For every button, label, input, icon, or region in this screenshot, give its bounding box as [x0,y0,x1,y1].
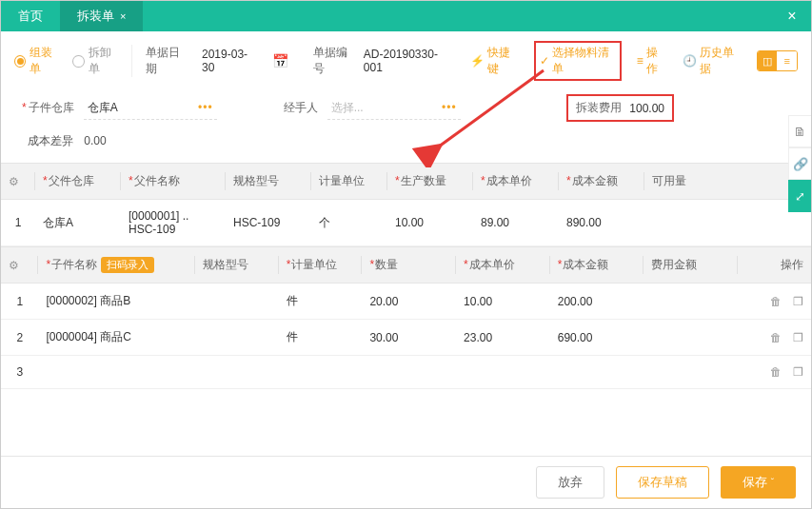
window-close-button[interactable]: × [773,1,811,31]
cell-amount[interactable]: 690.00 [550,320,644,356]
copy-row-icon[interactable]: ❐ [793,365,803,379]
cell-avail[interactable] [644,200,811,246]
cell-spec[interactable] [195,284,279,320]
col-child-fee[interactable]: 费用金额 [644,247,738,284]
cell-unit[interactable] [279,356,363,389]
sidetool-doc[interactable]: 🗎 [788,115,811,147]
sidetool-link[interactable]: 🔗 [788,147,811,180]
child-whs-field[interactable]: 仓库A ••• [84,97,217,120]
radio-assemble[interactable]: 组装单 [14,45,61,77]
doc-type-radio-group: 组装单 拆卸单 [14,45,132,77]
col-parent-spec[interactable]: 规格型号 [226,164,311,200]
col-parent-qty[interactable]: *生产数量 [387,164,473,200]
save-draft-button[interactable]: 保存草稿 [616,466,709,499]
cell-name[interactable]: [0000002] 商品B [38,284,194,320]
cell-unit[interactable]: 件 [279,320,363,356]
shortcut-label: 快捷键 [487,45,519,77]
radio-disassemble[interactable]: 拆卸单 [72,45,119,77]
cell-spec[interactable] [195,356,279,389]
cell-price[interactable] [456,356,550,389]
filters-row: *子件仓库 仓库A ••• 经手人 选择... ••• 拆装费用 100.00 [1,87,811,127]
col-parent-name[interactable]: *父件名称 [121,164,226,200]
tab-current[interactable]: 拆装单 × [60,1,143,31]
cell-fee[interactable] [644,356,738,389]
col-child-name[interactable]: *子件名称扫码录入 [38,247,194,284]
cell-spec[interactable]: HSC-109 [226,200,311,246]
col-child-spec[interactable]: 规格型号 [195,247,279,284]
copy-row-icon[interactable]: ❐ [793,331,803,344]
cell-unit[interactable]: 个 [311,200,387,246]
title-bar: 首页 拆装单 × × [1,1,811,31]
operate-button[interactable]: ≡ 操作 [637,45,667,77]
handler-field[interactable]: 选择... ••• [327,97,461,120]
cell-fee[interactable] [644,284,738,320]
cell-spec[interactable] [195,320,279,356]
cell-qty[interactable]: 30.00 [362,320,456,356]
sidetool-expand[interactable]: ⤢ [788,180,811,212]
delete-row-icon[interactable]: 🗑 [770,295,782,308]
gear-icon[interactable]: ⚙ [9,259,19,272]
cell-qty[interactable]: 20.00 [362,284,456,320]
history-button[interactable]: 🕘 历史单据 [683,45,742,77]
col-child-unit[interactable]: *计量单位 [279,247,363,284]
cell-fee[interactable] [644,320,738,356]
cell-qty[interactable]: 10.00 [387,200,473,246]
table-row[interactable]: 1 仓库A [0000001] .. HSC-109 HSC-109 个 10.… [1,200,811,246]
cell-amount[interactable]: 890.00 [559,200,644,246]
view-list-button[interactable]: ≡ [777,51,797,70]
doc-no-value: AD-20190330-001 [364,48,451,74]
select-bom-button[interactable]: ✓ 选择物料清单 [534,41,622,81]
col-parent-price[interactable]: *成本单价 [473,164,559,200]
tab-home[interactable]: 首页 [1,1,60,31]
parent-header-row: ⚙ *父件仓库 *父件名称 规格型号 计量单位 *生产数量 *成本单价 *成本金… [1,164,811,200]
cell-price[interactable]: 10.00 [456,284,550,320]
cell-qty[interactable] [362,356,456,389]
doc-date-label: 单据日期 [146,45,188,77]
child-table: ⚙ *子件名称扫码录入 规格型号 *计量单位 *数量 *成本单价 *成本金额 费… [1,246,811,389]
cell-price[interactable]: 23.00 [456,320,550,356]
table-row[interactable]: 2[0000004] 商品C件30.0023.00690.00🗑❐ [1,320,811,356]
cell-name[interactable] [38,356,194,389]
scan-badge[interactable]: 扫码录入 [101,257,154,273]
doc-date-value[interactable]: 2019-03-30 [196,48,263,74]
col-parent-avail[interactable]: 可用量 [644,164,811,200]
cell-unit[interactable]: 件 [279,284,363,320]
parent-table: ⚙ *父件仓库 *父件名称 规格型号 计量单位 *生产数量 *成本单价 *成本金… [1,163,811,246]
col-child-price[interactable]: *成本单价 [456,247,550,284]
history-label: 历史单据 [700,45,742,77]
table-row[interactable]: 3🗑❐ [1,356,811,389]
discard-button[interactable]: 放弃 [536,466,604,499]
gear-icon[interactable]: ⚙ [9,175,19,188]
row-index: 3 [1,356,38,389]
toolbar: 组装单 拆卸单 单据日期 2019-03-30 📅 单据编号 AD-201903… [1,31,811,87]
delete-row-icon[interactable]: 🗑 [770,331,782,344]
cell-amount[interactable]: 200.00 [550,284,644,320]
cell-name[interactable]: [0000001] .. HSC-109 [121,200,226,246]
save-button[interactable]: 保存ˇ [721,466,796,499]
cell-price[interactable]: 89.00 [473,200,559,246]
picker-icon[interactable]: ••• [198,101,213,114]
col-child-qty[interactable]: *数量 [362,247,456,284]
col-child-amount[interactable]: *成本金额 [550,247,644,284]
cell-actions: 🗑❐ [738,356,811,389]
cell-name[interactable]: [0000004] 商品C [38,320,194,356]
fee-box[interactable]: 拆装费用 100.00 [566,94,674,122]
cell-amount[interactable] [550,356,644,389]
calendar-icon[interactable]: 📅 [272,53,288,69]
copy-row-icon[interactable]: ❐ [793,295,803,308]
cell-whs[interactable]: 仓库A [35,200,121,246]
radio-assemble-label: 组装单 [30,45,61,77]
child-whs-label-wrap: *子件仓库 [22,100,74,116]
picker-icon[interactable]: ••• [442,101,457,114]
delete-row-icon[interactable]: 🗑 [770,365,782,379]
col-parent-unit[interactable]: 计量单位 [311,164,387,200]
shortcut-button[interactable]: ⚡ 快捷键 [470,45,519,77]
cost-variance-value: 0.00 [84,134,106,147]
view-grid-button[interactable]: ◫ [758,51,778,70]
col-parent-amount[interactable]: *成本金额 [559,164,644,200]
col-parent-whs[interactable]: *父件仓库 [35,164,121,200]
cost-variance-row: 成本差异 0.00 [1,127,811,159]
tab-close-icon[interactable]: × [120,10,126,22]
col-child-op[interactable]: 操作 [738,247,811,284]
table-row[interactable]: 1[0000002] 商品B件20.0010.00200.00🗑❐ [1,284,811,320]
